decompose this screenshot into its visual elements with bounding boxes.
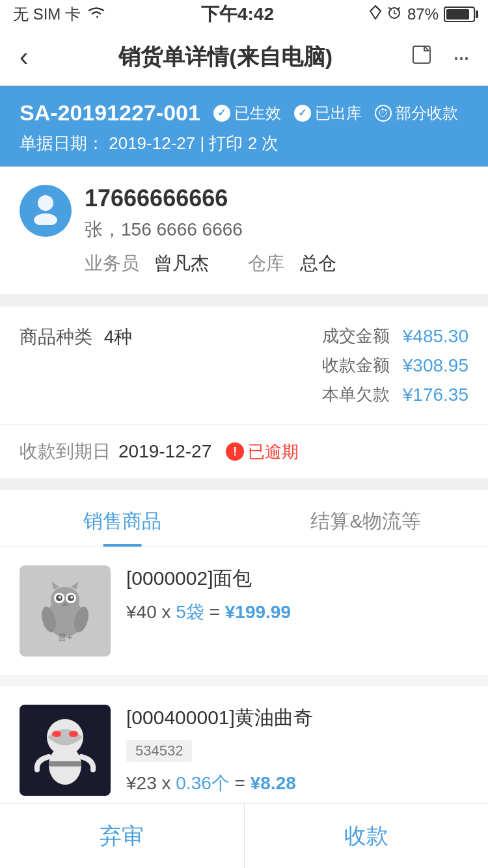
bottom-action-bar: 弃审 收款 — [0, 803, 488, 868]
warehouse-info: 仓库 总仓 — [248, 251, 336, 276]
alarm-icon — [386, 5, 402, 24]
date-label: 单据日期： — [20, 133, 104, 153]
order-id: SA-20191227-001 — [20, 100, 200, 126]
overdue-date: 2019-12-27 — [118, 441, 211, 462]
customer-info: 17666666666 张，156 6666 6666 业务员 曾凡杰 仓库 总… — [85, 185, 468, 276]
product-qty-1: 5袋 — [176, 602, 204, 622]
clock-icon-partial: ⏱ — [375, 105, 392, 122]
owl-graphic: 兽+ — [20, 565, 111, 657]
tab-settlement-label: 结算&物流等 — [310, 510, 421, 532]
page-title: 销货单详情(来自电脑) — [41, 42, 410, 72]
summary-section: 商品种类 4种 成交金额 ¥485.30 收款金额 ¥308.95 本单欠款 ¥… — [0, 306, 488, 425]
times-icon-1: x — [162, 602, 176, 622]
svg-point-12 — [70, 596, 73, 599]
svg-rect-24 — [49, 761, 81, 766]
product-qty-2: 0.36个 — [176, 773, 230, 793]
product-image-2 — [20, 705, 111, 796]
collection-row: 收款金额 ¥308.95 — [322, 354, 468, 377]
type-label: 商品种类 — [20, 327, 92, 347]
equals-icon-2: = — [235, 773, 251, 793]
status-shipped-label: 已出库 — [315, 103, 362, 124]
cancel-review-button[interactable]: 弃审 — [0, 804, 245, 868]
product-name-2: [000400001]黄油曲奇 — [126, 705, 468, 731]
nav-right-actions: ··· — [410, 43, 468, 72]
tabs-section: 销售商品 结算&物流等 — [0, 490, 488, 547]
sales-name: 曾凡杰 — [154, 253, 209, 273]
product-info-2: [000400001]黄油曲奇 534532 ¥23 x 0.36个 = ¥8.… — [126, 705, 468, 796]
svg-point-22 — [69, 731, 78, 737]
status-badge-partial: ⏱ 部分收款 — [375, 103, 458, 124]
collect-payment-button[interactable]: 收款 — [245, 804, 489, 868]
customer-section: 17666666666 张，156 6666 6666 业务员 曾凡杰 仓库 总… — [0, 167, 488, 295]
status-bar-time: 下午4:42 — [201, 2, 274, 27]
status-partial-label: 部分收款 — [396, 103, 458, 124]
sales-label: 业务员 — [85, 253, 139, 273]
section-divider-1 — [0, 295, 488, 306]
times-icon-2: x — [162, 773, 176, 793]
product-total-2: ¥8.28 — [251, 773, 296, 793]
balance-label: 本单欠款 — [322, 383, 390, 406]
product-item-1: 兽+ [0000002]面包 ¥40 x 5袋 = ¥199.99 — [0, 547, 488, 675]
order-date-row: 单据日期： 2019-12-27 | 打印 2 次 — [20, 132, 468, 155]
status-badge-shipped: ✓ 已出库 — [294, 103, 362, 124]
more-options-icon[interactable]: ··· — [453, 44, 468, 71]
collection-label: 收款金额 — [322, 354, 390, 377]
summary-right: 成交金额 ¥485.30 收款金额 ¥308.95 本单欠款 ¥176.35 — [322, 325, 468, 406]
svg-point-21 — [52, 731, 61, 737]
tab-settlement[interactable]: 结算&物流等 — [244, 490, 488, 547]
svg-point-11 — [59, 596, 61, 599]
type-count: 4种 — [104, 327, 133, 347]
sales-info: 业务员 曾凡杰 — [85, 251, 209, 276]
overdue-label: 收款到期日 — [20, 439, 111, 464]
product-total-1: ¥199.99 — [225, 602, 291, 622]
product-info-1: [0000002]面包 ¥40 x 5袋 = ¥199.99 — [126, 565, 468, 625]
battery-icon — [444, 7, 475, 22]
product-price-2: ¥23 x 0.36个 = ¥8.28 — [126, 771, 468, 796]
back-button[interactable]: ‹ — [20, 42, 28, 72]
check-icon-active: ✓ — [213, 105, 230, 122]
customer-meta: 业务员 曾凡杰 仓库 总仓 — [85, 251, 468, 276]
status-bar-right: 87% — [370, 5, 475, 24]
summary-left: 商品种类 4种 — [20, 325, 132, 349]
avatar-person-icon — [28, 190, 63, 232]
equals-icon-1: = — [210, 602, 225, 622]
status-bar: 无 SIM 卡 下午4:42 87% — [0, 0, 488, 29]
warehouse-name: 总仓 — [300, 253, 336, 273]
print-suffix: 次 — [262, 133, 278, 153]
overdue-warning-icon: ! — [226, 442, 244, 461]
svg-text:兽+: 兽+ — [58, 632, 72, 642]
transaction-amount: ¥485.30 — [403, 326, 468, 347]
overdue-badge: ! 已逾期 — [226, 441, 299, 463]
product-item-2: [000400001]黄油曲奇 534532 ¥23 x 0.36个 = ¥8.… — [0, 686, 488, 814]
wifi-icon — [87, 5, 105, 23]
warehouse-label: 仓库 — [248, 253, 284, 273]
transaction-row: 成交金额 ¥485.30 — [322, 325, 468, 347]
product-sku-2: 534532 — [126, 740, 192, 762]
product-price-1: ¥40 x 5袋 = ¥199.99 — [126, 600, 468, 625]
overdue-text: 已逾期 — [248, 441, 299, 463]
order-date: 2019-12-27 — [109, 133, 195, 153]
order-header-banner: SA-20191227-001 ✓ 已生效 ✓ 已出库 ⏱ 部分收款 单据日期：… — [0, 86, 488, 167]
carrier-text: 无 SIM 卡 — [13, 4, 81, 25]
product-name-1: [0000002]面包 — [126, 565, 468, 592]
svg-point-2 — [38, 195, 53, 211]
product-base-price-2: ¥23 — [126, 773, 157, 793]
overdue-section: 收款到期日 2019-12-27 ! 已逾期 — [0, 425, 488, 490]
status-bar-left: 无 SIM 卡 — [13, 4, 105, 25]
nav-bar: ‹ 销货单详情(来自电脑) ··· — [0, 29, 488, 86]
customer-phone: 17666666666 — [85, 185, 468, 212]
customer-name: 张，156 6666 6666 — [85, 217, 468, 242]
balance-amount: ¥176.35 — [403, 385, 468, 405]
print-count: 2 — [248, 133, 257, 153]
svg-point-3 — [34, 213, 57, 225]
status-active-label: 已生效 — [234, 103, 281, 124]
product-base-price-1: ¥40 — [126, 602, 157, 622]
battery-percentage: 87% — [407, 5, 439, 23]
location-icon — [370, 5, 381, 23]
tab-sales-products[interactable]: 销售商品 — [0, 490, 244, 547]
tab-sales-label: 销售商品 — [83, 510, 161, 532]
customer-avatar — [20, 185, 72, 237]
product-image-1: 兽+ — [20, 565, 111, 657]
balance-row: 本单欠款 ¥176.35 — [322, 383, 468, 406]
share-icon[interactable] — [410, 43, 433, 72]
